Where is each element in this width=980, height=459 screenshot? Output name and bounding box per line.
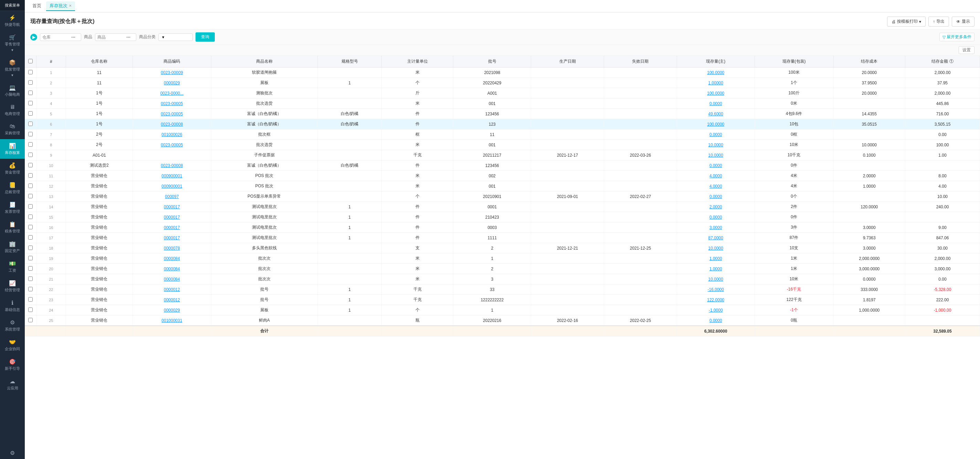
row-checkbox-cell[interactable] (25, 99, 37, 109)
qty-link[interactable]: 122.0000 (707, 298, 724, 302)
code-link[interactable]: 0000012 (164, 298, 180, 302)
row-checkbox-cell[interactable] (25, 305, 37, 316)
search-button[interactable]: 查询 (196, 32, 215, 41)
sidebar-item-quicknav[interactable]: ⚡ 快捷导航 (0, 11, 25, 31)
sidebar-item-inventory[interactable]: 📊 库存核算 (0, 139, 25, 159)
row-checkbox-cell[interactable] (25, 78, 37, 88)
code-link[interactable]: 000900001 (161, 184, 182, 189)
code-link[interactable]: 0023-00005 (161, 112, 183, 116)
row-checkbox[interactable] (28, 308, 33, 312)
category-filter[interactable]: ▾ (158, 33, 193, 41)
code-link[interactable]: 0000017 (164, 204, 180, 209)
row-checkbox-cell[interactable] (25, 109, 37, 119)
row-checkbox[interactable] (28, 204, 33, 209)
row-checkbox-cell[interactable] (25, 202, 37, 212)
sidebar-item-basic-info[interactable]: ℹ 基础信息 (0, 296, 25, 316)
row-checkbox[interactable] (28, 266, 33, 271)
row-checkbox-cell[interactable] (25, 316, 37, 326)
settings-bottom-icon[interactable]: ⚙ (0, 447, 25, 459)
row-checkbox-cell[interactable] (25, 67, 37, 78)
export-button[interactable]: ↑ 导出 (928, 16, 949, 27)
row-checkbox-cell[interactable] (25, 181, 37, 191)
row-checkbox[interactable] (28, 153, 33, 157)
qty-link[interactable]: 10.0000 (708, 143, 723, 147)
code-link[interactable]: 0000012 (164, 287, 180, 292)
sidebar-item-system[interactable]: ⚙ 系统管理 (0, 316, 25, 335)
qty-link[interactable]: -1.0000 (709, 308, 723, 312)
sidebar-item-fixed-assets[interactable]: 🏢 固定资产 (0, 237, 25, 257)
code-link[interactable]: 001000026 (161, 132, 182, 137)
row-checkbox[interactable] (28, 91, 33, 95)
tab-home[interactable]: 首页 (27, 1, 46, 12)
sidebar-item-invoice[interactable]: 🧾 发票管理 (0, 198, 25, 218)
qty-link[interactable]: 1.0000 (710, 256, 722, 261)
row-checkbox-cell[interactable] (25, 129, 37, 140)
qty-link[interactable]: 2.0000 (710, 204, 722, 209)
sidebar-logo[interactable]: 搜索菜单 (0, 0, 25, 11)
row-checkbox-cell[interactable] (25, 253, 37, 264)
row-checkbox-cell[interactable] (25, 88, 37, 99)
sidebar-item-finance[interactable]: 💰 资金管理 (0, 159, 25, 178)
code-link[interactable]: 0023-00005 (161, 143, 183, 147)
row-checkbox-cell[interactable] (25, 161, 37, 171)
row-checkbox-cell[interactable] (25, 243, 37, 253)
sidebar-item-ledger[interactable]: 📒 总账管理 (0, 178, 25, 198)
code-link[interactable]: 0000029 (164, 308, 180, 312)
qty-link[interactable]: 4.0000 (710, 184, 722, 189)
row-checkbox[interactable] (28, 142, 33, 147)
row-checkbox[interactable] (28, 101, 33, 105)
row-checkbox-cell[interactable] (25, 222, 37, 233)
sidebar-item-collaboration[interactable]: 🤝 企业协同 (0, 335, 25, 355)
row-checkbox[interactable] (28, 256, 33, 260)
row-checkbox[interactable] (28, 235, 33, 240)
code-link[interactable]: 0000078 (164, 246, 180, 251)
row-checkbox-cell[interactable] (25, 119, 37, 129)
row-checkbox-cell[interactable] (25, 233, 37, 243)
row-checkbox[interactable] (28, 287, 33, 291)
sidebar-item-ecom[interactable]: 🖥 电商管理 (0, 100, 25, 120)
select-all-checkbox[interactable] (28, 59, 33, 63)
row-checkbox[interactable] (28, 121, 33, 126)
qty-link[interactable]: 0.0000 (710, 194, 722, 199)
sidebar-item-wholesale[interactable]: 📦 批发管理 ▾ (0, 56, 25, 81)
row-checkbox[interactable] (28, 80, 33, 85)
qty-link[interactable]: 87.0000 (708, 236, 723, 240)
expand-conditions-button[interactable]: ▽ 展开更多条件 (939, 33, 975, 41)
code-link[interactable]: 001000031 (161, 318, 182, 323)
qty-link[interactable]: 10.0000 (708, 246, 723, 251)
code-link[interactable]: 0000084 (164, 256, 180, 261)
warehouse-input[interactable] (42, 35, 70, 40)
code-link[interactable]: 0023-0000... (161, 91, 183, 96)
qty-link[interactable]: 100.0000 (707, 122, 724, 127)
toggle-button[interactable]: 👁 显示 (952, 16, 975, 27)
code-link[interactable]: 0000029 (164, 81, 180, 85)
row-checkbox[interactable] (28, 245, 33, 250)
row-checkbox[interactable] (28, 70, 33, 74)
qty-link[interactable]: 4.0000 (710, 174, 722, 178)
sidebar-item-cloud[interactable]: ☁ 云应用 (0, 375, 25, 394)
row-checkbox[interactable] (28, 225, 33, 230)
qty-link[interactable]: 0.0000 (710, 132, 722, 137)
code-link[interactable]: 0000084 (164, 277, 180, 282)
qty-link[interactable]: 10.0000 (708, 277, 723, 282)
sidebar-item-tax[interactable]: 📋 税务管理 (0, 218, 25, 237)
row-checkbox[interactable] (28, 173, 33, 178)
code-link[interactable]: 0000084 (164, 266, 180, 271)
row-checkbox-cell[interactable] (25, 191, 37, 202)
sidebar-item-retail[interactable]: 🛒 零售管理 ▾ (0, 31, 25, 56)
row-checkbox-cell[interactable] (25, 284, 37, 295)
qty-link[interactable]: 1.0000 (710, 266, 722, 271)
qty-link[interactable]: -16.0000 (708, 287, 724, 292)
code-link[interactable]: 0000017 (164, 236, 180, 240)
goods-filter[interactable]: ⋯ (95, 33, 136, 41)
qty-link[interactable]: 0.0000 (710, 215, 722, 220)
row-checkbox-cell[interactable] (25, 171, 37, 181)
tab-inventory-batch[interactable]: 库存批次 ✕ (46, 2, 75, 11)
row-checkbox-cell[interactable] (25, 295, 37, 305)
row-checkbox-cell[interactable] (25, 274, 37, 284)
code-link[interactable]: 0023-00008 (161, 122, 183, 127)
qty-link[interactable]: 10.0000 (708, 153, 723, 158)
row-checkbox-cell[interactable] (25, 140, 37, 150)
qty-link[interactable]: 0.0000 (710, 101, 722, 106)
code-link[interactable]: 0000017 (164, 225, 180, 230)
